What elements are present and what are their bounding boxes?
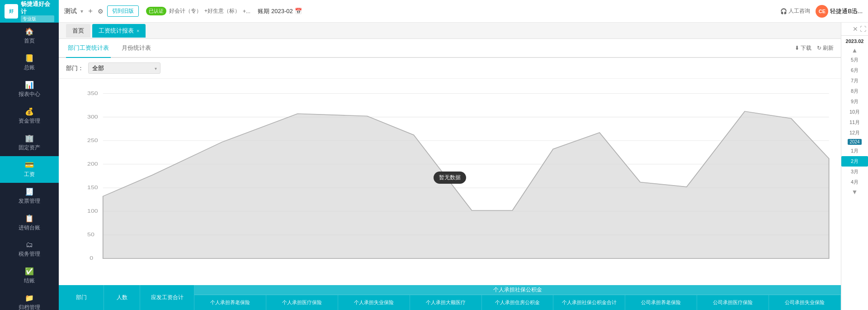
nav-label: 结账 [24,277,35,285]
topbar-setting-btn[interactable]: ⚙ [98,8,104,15]
up-arrow-btn[interactable]: ▲ [852,46,858,55]
sidebar-item-发票管理[interactable]: 🧾发票管理 [0,183,59,210]
nav-label: 工资 [24,171,35,178]
dept-select[interactable]: 全部 部门1 部门2 [88,62,160,74]
month-item-2月[interactable]: 2月 [841,156,868,167]
month-item-8月[interactable]: 8月 [841,86,868,96]
month-item-5月[interactable]: 5月 [841,55,868,65]
topbar: 测试 ▾ ＋ ⚙ 切到旧版 已认证 好会计（专） +好生意（标） +... 账期… [59,0,868,23]
nav-icon: 💰 [25,107,34,116]
tab-bar: 首页 工资统计报表 × [59,23,841,39]
svg-text:100: 100 [87,208,98,214]
month-item-1月[interactable]: 1月 [841,146,868,156]
nav-icon: 📁 [25,294,34,302]
topbar-dropdown-arrow[interactable]: ▾ [80,8,83,14]
month-item-7月[interactable]: 7月 [841,76,868,86]
sidebar-item-进销台账[interactable]: 📋进销台账 [0,210,59,236]
sub-tabs: 部门工资统计表 月份统计表 [66,39,153,57]
headset-icon: 🎧 [780,8,787,14]
sidebar-item-结账[interactable]: ✅结账 [0,262,59,289]
page-content: 首页 工资统计报表 × 部门工资统计表 月份统计表 ⬇ 下载 [59,23,841,310]
topbar-period: 账期 2023-02 📅 [258,7,302,15]
month-item-11月[interactable]: 11月 [841,117,868,128]
nav-label: 发票管理 [19,197,40,205]
month-item-10月[interactable]: 10月 [841,107,868,117]
accountant-badge: 好会计（专） [169,7,202,15]
help-btn[interactable]: 🎧 人工咨询 [780,7,810,15]
month-item-6月[interactable]: 6月 [841,65,868,76]
period-value: 2023-02 [271,8,293,14]
nav-icon: 🏢 [25,134,34,143]
month-item-12月[interactable]: 12月 [841,128,868,138]
tab-home[interactable]: 首页 [66,24,90,38]
topbar-add-btn[interactable]: ＋ [87,6,94,16]
nav-label: 归档管理 [19,304,40,310]
nav-icon: 🗂 [26,241,33,249]
download-btn[interactable]: ⬇ 下载 [795,44,811,52]
sidebar-nav: 🏠首页📒总账📊报表中心💰资金管理🏢固定资产💳工资🧾发票管理📋进销台账🗂税务管理✅… [0,23,59,310]
month-list: 5月6月7月8月9月10月11月12月20241月2月3月4月 [841,55,868,187]
svg-text:150: 150 [87,184,98,190]
sidebar-item-工资[interactable]: 💳工资 [0,156,59,183]
logo-text: 畅捷通好会计 专业版 [21,0,54,23]
month-item-9月[interactable]: 9月 [841,96,868,107]
dept-select-wrapper: 全部 部门1 部门2 ▾ [88,62,160,74]
nav-label: 首页 [24,37,35,45]
th-sub-headers: 个人承担养老保险个人承担医疗保险个人承担失业保险个人承担大额医疗个人承担住房公积… [194,295,841,310]
download-icon: ⬇ [795,45,799,51]
sub-tab-dept[interactable]: 部门工资统计表 [66,39,111,58]
nav-icon: 📒 [25,54,34,62]
sidebar-item-资金管理[interactable]: 💰资金管理 [0,103,59,129]
switch-old-btn[interactable]: 切到旧版 [107,5,139,17]
month-item-4月[interactable]: 4月 [841,177,868,187]
refresh-btn[interactable]: ↻ 刷新 [817,44,834,52]
th-sub-个人承担失业保险: 个人承担失业保险 [338,295,410,310]
sub-tab-bar: 部门工资统计表 月份统计表 ⬇ 下载 ↻ 刷新 [59,39,841,58]
th-sub-个人承担大额医疗: 个人承担大额医疗 [410,295,482,310]
th-sub-个人承担医疗保险: 个人承担医疗保险 [266,295,338,310]
topbar-badges: 已认证 好会计（专） +好生意（标） +... [146,7,250,15]
tab-close-btn[interactable]: × [137,28,139,33]
nav-icon: ✅ [25,267,34,276]
th-sub-个人承担住房公积金: 个人承担住房公积金 [482,295,554,310]
year-label: 2023.02 [841,36,868,46]
th-headcount: 人数 [104,285,140,310]
nav-label: 总账 [24,64,35,72]
month-item-3月[interactable]: 3月 [841,167,868,177]
sidebar-item-税务管理[interactable]: 🗂税务管理 [0,236,59,262]
sidebar-item-归档管理[interactable]: 📁归档管理 [0,289,59,310]
sidebar-item-报表中心[interactable]: 📊报表中心 [0,76,59,103]
sub-tab-actions: ⬇ 下载 ↻ 刷新 [795,44,834,52]
dept-label: 部门： [66,64,84,72]
nav-label: 进销台账 [19,224,40,232]
nav-label: 税务管理 [19,250,40,258]
down-arrow-btn[interactable]: ▼ [852,187,858,196]
calendar-icon[interactable]: 📅 [295,8,302,14]
nav-icon: 📋 [25,214,34,223]
expand-panel-icon[interactable]: ⛶ [860,25,866,33]
content-wrapper: 首页 工资统计报表 × 部门工资统计表 月份统计表 ⬇ 下载 [59,23,868,310]
more-badge: +... [243,8,250,14]
user-name: 轻捷通B迅... [830,7,863,15]
svg-text:350: 350 [87,90,98,96]
business-badge: +好生意（标） [204,7,240,15]
nav-icon: 💳 [25,161,34,169]
sidebar: 好 畅捷通好会计 专业版 🏠首页📒总账📊报表中心💰资金管理🏢固定资产💳工资🧾发票… [0,0,59,310]
avatar: CE [816,5,828,18]
nav-icon: 🧾 [25,187,34,196]
th-dept: 部门 [59,285,104,310]
tab-salary[interactable]: 工资统计报表 × [92,24,146,38]
sub-tab-month[interactable]: 月份统计表 [120,39,153,58]
th-personal-social-group: 个人承担社保公积金 [194,285,841,295]
nav-icon: 📊 [25,81,34,89]
sidebar-item-总账[interactable]: 📒总账 [0,49,59,76]
th-salary-total: 应发工资合计 [140,285,194,310]
sidebar-logo: 好 畅捷通好会计 专业版 [0,0,59,23]
nav-label: 报表中心 [19,91,40,98]
sidebar-item-固定资产[interactable]: 🏢固定资产 [0,129,59,156]
close-panel-icon[interactable]: ✕ [853,25,858,33]
logo-icon: 好 [5,4,18,19]
sidebar-item-首页[interactable]: 🏠首页 [0,23,59,49]
user-menu[interactable]: CE 轻捷通B迅... [816,5,863,18]
svg-text:0: 0 [90,255,93,261]
